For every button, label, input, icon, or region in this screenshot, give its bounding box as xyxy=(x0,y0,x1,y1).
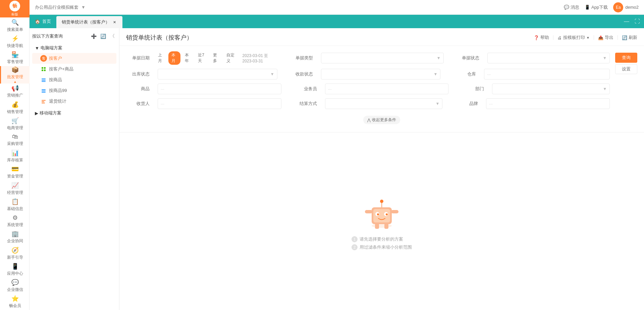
sidebar-item-inventory[interactable]: 📊 库存核算 xyxy=(0,148,30,164)
svg-rect-22 xyxy=(365,210,372,213)
filter-row-4: 收货人 ··· 结算方式 ▼ xyxy=(126,98,610,109)
user-name: demo2 xyxy=(625,5,639,10)
status-select[interactable]: ▼ xyxy=(487,53,610,63)
sidebar-item-member[interactable]: ⭐ 畅会员 xyxy=(0,294,30,310)
sidebar-item-sales[interactable]: 💰 销售管理 xyxy=(0,100,30,116)
svg-point-13 xyxy=(372,224,392,228)
svg-rect-0 xyxy=(42,67,43,69)
goods-icon xyxy=(40,76,47,83)
sidebar-item-purchase[interactable]: 🛍 采购管理 xyxy=(0,132,30,148)
tab-home[interactable]: 🏠 首页 xyxy=(30,15,56,28)
sidebar-item-label: 经营管理 xyxy=(7,190,23,196)
refresh-scheme-button[interactable]: 🔄 xyxy=(99,32,107,40)
sidebar-item-system[interactable]: ⚙ 系统管理 xyxy=(0,213,30,229)
user-menu[interactable]: Ea demo2 xyxy=(613,2,639,12)
tree-item-return-stats[interactable]: 退货统计 xyxy=(32,96,116,107)
sidebar-item-label: 电商管理 xyxy=(7,125,23,131)
goods-label: 商品 xyxy=(126,86,150,92)
goods99-icon xyxy=(40,87,47,94)
sidebar-item-wechat[interactable]: 💬 企业微信 xyxy=(0,277,30,294)
message-label: 消息 xyxy=(571,4,579,10)
query-button[interactable]: 查询 xyxy=(615,53,637,63)
settings-button[interactable]: 设置 xyxy=(615,64,637,74)
svg-rect-12 xyxy=(42,103,45,103)
dept-select[interactable]: ▼ xyxy=(492,84,610,94)
tab-stats[interactable]: 销货单统计表（按客户） ✕ xyxy=(56,16,122,28)
status-select-wrapper: ▼ xyxy=(487,53,610,63)
date-btn-7days[interactable]: 近7天 xyxy=(195,51,209,65)
export-button[interactable]: 📤 导出 xyxy=(598,35,613,41)
date-btn-custom[interactable]: 自定义 xyxy=(223,51,238,65)
help-button[interactable]: ❓ 帮助 xyxy=(534,35,549,41)
sidebar-item-ecom[interactable]: 🛒 电商管理 xyxy=(0,116,30,132)
type-select[interactable]: ▼ xyxy=(321,53,443,63)
sidebar-item-retail[interactable]: 🏪 零售管理 xyxy=(0,50,30,66)
svg-rect-9 xyxy=(42,92,46,93)
tab-close-button[interactable]: ✕ xyxy=(112,19,117,25)
date-group: 上月 本月 本年 近7天 更多 自定义 2023-03-01 至 2023-03… xyxy=(155,51,277,65)
collapse-button[interactable]: ⋀ 收起更多条件 xyxy=(363,116,400,124)
type-dropdown-icon: ▼ xyxy=(437,56,441,60)
top-nav-right: 💬 消息 📱 App下载 Ea demo2 xyxy=(564,2,639,12)
sidebar-item-search[interactable]: 🔍 搜索菜单 xyxy=(0,17,30,34)
sidebar-item-marketing[interactable]: 📢 营销推广 xyxy=(0,84,30,100)
sidebar-item-finance[interactable]: 💳 资金管理 xyxy=(0,164,30,180)
tree-item-by-goods99[interactable]: 按商品99 xyxy=(32,85,116,96)
date-btn-this-month[interactable]: 本月 xyxy=(168,51,180,65)
sidebar-item-wholesale[interactable]: 📦 批发管理 ▲ xyxy=(0,66,30,84)
tab-stats-label: 销货单统计表（按客户） xyxy=(62,19,110,25)
app-download-button[interactable]: 📱 App下载 xyxy=(585,4,608,10)
sidebar-logo[interactable]: 畅 标版 xyxy=(0,0,30,17)
date-btn-more[interactable]: 更多 xyxy=(210,51,222,65)
tree-item-by-goods[interactable]: 按商品 xyxy=(32,74,116,85)
status-label: 单据状态 xyxy=(456,55,479,61)
tree-item-by-customer-goods[interactable]: 按客户+商品 xyxy=(32,64,116,74)
payment-select[interactable]: ▼ xyxy=(321,69,441,80)
sidebar-item-quick[interactable]: ⚡ 快捷导航 xyxy=(0,34,30,50)
sidebar-item-label: 系统管理 xyxy=(7,222,23,228)
dept-label: 部门 xyxy=(461,86,484,92)
sidebar-item-company[interactable]: 🏢 企业协同 xyxy=(0,229,30,245)
sidebar-item-app[interactable]: 📱 应用中心 xyxy=(0,261,30,277)
goods-input[interactable]: ··· xyxy=(158,84,281,94)
settlement-select[interactable]: ▼ xyxy=(325,98,443,109)
main-area: 办公用品行业模拟账套 ▼ 💬 消息 📱 App下载 Ea demo2 🏠 首页 … xyxy=(30,0,644,310)
sidebar-item-label: 营销推广 xyxy=(7,93,23,98)
filter-row-2: 出库状态 ▼ 收款状态 xyxy=(126,69,610,80)
warehouse-input[interactable]: ··· xyxy=(484,69,610,80)
tree-item-label: 按客户+商品 xyxy=(49,66,73,72)
account-dropdown-icon[interactable]: ▼ xyxy=(81,5,86,10)
sidebar-item-label: 快捷导航 xyxy=(7,43,23,49)
collapse-row: ⋀ 收起更多条件 xyxy=(126,113,637,127)
date-label: 单据日期 xyxy=(126,55,150,61)
brand-input[interactable]: ··· xyxy=(486,98,610,109)
refresh-button[interactable]: 🔄 刷新 xyxy=(622,35,637,41)
tab-minimize-button[interactable]: — xyxy=(623,17,631,25)
receiver-input[interactable]: ··· xyxy=(158,98,281,109)
out-status-select[interactable]: ▼ xyxy=(158,69,277,80)
system-icon: ⚙ xyxy=(12,214,18,221)
date-btn-last-month[interactable]: 上月 xyxy=(155,51,167,65)
sidebar-item-label: 批发管理 xyxy=(7,74,23,80)
tree-mobile-expand-icon: ▶ xyxy=(35,111,38,116)
date-btn-this-year[interactable]: 本年 xyxy=(182,51,194,65)
tab-maximize-button[interactable]: ⛶ xyxy=(633,17,641,25)
receiver-label: 收货人 xyxy=(126,101,150,107)
staff-input[interactable]: ··· xyxy=(325,84,449,94)
warehouse-label: 仓库 xyxy=(452,71,476,77)
tree-item-by-customer[interactable]: 客 按客户 xyxy=(32,53,116,64)
print-button[interactable]: 🖨 按模板打印 ▼ xyxy=(557,35,590,41)
divider-3 xyxy=(618,35,618,40)
sidebar-item-business[interactable]: 📈 经营管理 xyxy=(0,180,30,197)
collapse-panel-button[interactable]: 《 xyxy=(108,32,116,40)
tree-mobile-header[interactable]: ▶ 移动端方案 xyxy=(32,108,116,118)
sidebar-item-guide[interactable]: 🧭 新手引导 xyxy=(0,245,30,261)
brand-dots: ··· xyxy=(489,101,493,106)
tree-desktop-header[interactable]: ▼ 电脑端方案 xyxy=(32,43,116,53)
add-scheme-button[interactable]: ➕ xyxy=(90,32,98,40)
svg-rect-3 xyxy=(44,69,46,71)
sidebar-item-base[interactable]: 📋 基础信息 xyxy=(0,197,30,213)
customer-goods-icon xyxy=(40,66,47,72)
left-panel: 按以下方案查询 ➕ 🔄 《 ▼ 电脑端方案 客 按客户 xyxy=(30,28,119,310)
message-button[interactable]: 💬 消息 xyxy=(564,4,579,10)
